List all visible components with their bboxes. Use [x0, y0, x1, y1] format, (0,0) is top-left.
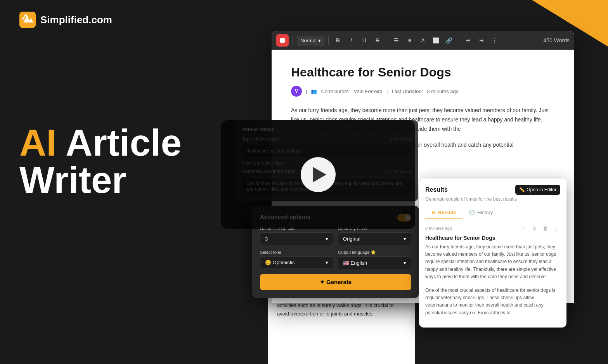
document-meta: V | 👥 Contributors: Vale Ferreira | Last…	[291, 86, 555, 97]
undo-button[interactable]: ↩	[463, 35, 474, 46]
contributors-icon: 👥	[311, 88, 317, 94]
meta-divider: |	[386, 88, 388, 94]
word-count: 450 Words	[544, 37, 570, 43]
simplified-logo-icon	[19, 12, 36, 28]
creativity-col: Creativity Level Original ▾	[338, 226, 411, 245]
italic-button[interactable]: I	[346, 35, 357, 46]
history-tab-label: History	[477, 210, 493, 215]
language-col: Output language ⭐ 🇺🇸 English ▾	[338, 250, 411, 269]
number-of-results-col: Number of Results 3 ▾	[260, 226, 333, 245]
results-title: Results	[425, 186, 448, 193]
result-item-1: 0 minutes ago ♡ ⎘ 🗑 ⋮ Healthcare for Sen…	[425, 224, 560, 281]
toolbar-separator-1	[293, 36, 293, 45]
hero-ai-text: AI	[19, 122, 57, 163]
tone-select[interactable]: 😊 Optimistic ▾	[260, 256, 333, 269]
video-overlay[interactable]	[221, 120, 415, 229]
hero-section: AI Article Writer	[19, 124, 182, 199]
toolbar-brand-button[interactable]	[276, 34, 289, 47]
delete-button-1[interactable]: 🗑	[541, 224, 549, 232]
tone-language-row: Select tone 😊 Optimistic ▾ Output langua…	[260, 250, 411, 269]
result-time-1: 0 minutes ago	[425, 226, 452, 231]
last-updated-label: Last Updated:	[391, 88, 423, 94]
generate-button[interactable]: ✦ Generate	[260, 274, 411, 290]
hero-article-text: Article	[57, 122, 182, 163]
edit-icon: ✏️	[519, 187, 525, 192]
font-color-button[interactable]: A	[417, 35, 428, 46]
heart-button-1[interactable]: ♡	[519, 224, 528, 232]
play-button[interactable]	[301, 157, 336, 192]
number-of-results-select[interactable]: 3 ▾	[260, 232, 333, 245]
result-actions-1: ♡ ⎘ 🗑 ⋮	[519, 224, 560, 232]
results-tab-icon: ⊙	[431, 210, 436, 215]
results-tabs: ⊙ Results 🕐 History	[425, 206, 560, 219]
tab-results[interactable]: ⊙ Results	[425, 206, 462, 219]
svg-rect-1	[280, 38, 285, 43]
last-updated-value: 3 minutes ago	[427, 88, 459, 94]
language-select[interactable]: 🇺🇸 English ▾	[338, 257, 411, 269]
redo-button[interactable]: ↪	[476, 35, 487, 46]
logo-text: Simplified.com	[40, 14, 112, 26]
hero-line1: AI Article	[19, 124, 182, 161]
results-header: Results ✏️ Open in Editor Generate coupl…	[419, 179, 566, 219]
results-body: 0 minutes ago ♡ ⎘ 🗑 ⋮ Healthcare for Sen…	[419, 219, 566, 328]
result-item-2: One of the most crucial aspects of healt…	[425, 287, 560, 317]
bold-button[interactable]: B	[333, 35, 343, 46]
copy-button-1[interactable]: ⎘	[530, 224, 539, 232]
result-meta-1: 0 minutes ago ♡ ⎘ 🗑 ⋮	[425, 224, 560, 232]
tone-col: Select tone 😊 Optimistic ▾	[260, 250, 333, 269]
result-body-1: As our furry friends age, they become mo…	[425, 243, 560, 281]
contributors-name: Vale Ferreira	[354, 88, 383, 94]
results-creativity-row: Number of Results 3 ▾ Creativity Level O…	[260, 226, 411, 245]
result-title-1: Healthcare for Senior Dogs	[425, 235, 560, 241]
result-body-2: One of the most crucial aspects of healt…	[425, 287, 560, 317]
strikethrough-button[interactable]: S	[372, 35, 383, 46]
toolbar-separator-2	[328, 36, 329, 45]
logo-area: Simplified.com	[19, 12, 112, 28]
link-button[interactable]: 🔗	[444, 35, 455, 46]
creativity-select[interactable]: Original ▾	[338, 232, 411, 245]
tone-label: Select tone	[260, 250, 333, 255]
open-in-editor-button[interactable]: ✏️ Open in Editor	[515, 185, 560, 195]
tab-history[interactable]: 🕐 History	[462, 206, 499, 219]
format-select[interactable]: Normal ▾	[297, 36, 324, 45]
output-language-label: Output language ⭐	[338, 250, 411, 255]
toolbar-separator-4	[459, 36, 459, 45]
underline-button[interactable]: U	[359, 35, 370, 46]
toolbar-separator-3	[387, 36, 387, 45]
list-button[interactable]: ☰	[391, 35, 402, 46]
results-subtitle: Generate couple of times for the best re…	[425, 196, 560, 202]
history-tab-icon: 🕐	[469, 210, 475, 215]
results-panel: Results ✏️ Open in Editor Generate coupl…	[419, 179, 566, 328]
contributors-divider: |	[306, 88, 307, 94]
results-title-row: Results ✏️ Open in Editor	[425, 185, 560, 195]
hero-writer-text: Writer	[19, 161, 182, 199]
author-avatar: V	[291, 86, 302, 97]
align-button[interactable]: ≡	[404, 35, 415, 46]
results-tab-label: Results	[438, 210, 456, 215]
contributors-label: Contributors:	[321, 88, 350, 94]
more-button-1[interactable]: ⋮	[552, 224, 560, 232]
document-title: Healthcare for Senior Dogs	[291, 65, 555, 80]
more-options-button[interactable]: ⋮	[489, 35, 500, 46]
editor-toolbar: Normal ▾ B I U S ☰ ≡ A ⬜ 🔗 ↩ ↪ ⋮ 450 Wor…	[272, 31, 574, 50]
play-icon	[313, 167, 326, 182]
highlight-button[interactable]: ⬜	[431, 35, 442, 46]
